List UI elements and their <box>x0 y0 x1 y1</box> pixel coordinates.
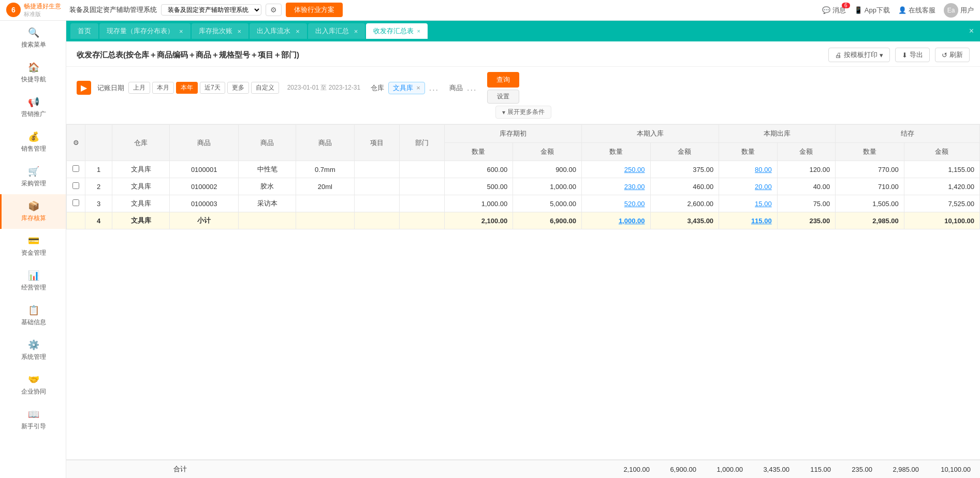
user-name: 用户 <box>960 6 974 15</box>
row2-check[interactable] <box>72 182 79 189</box>
row2-in-qty-link[interactable]: 230.00 <box>624 183 645 191</box>
date-btn-7days[interactable]: 近7天 <box>200 82 225 94</box>
row1-in-qty[interactable]: 250.00 <box>581 161 650 178</box>
product-dots[interactable]: ... <box>467 83 477 93</box>
sidebar-item-quick-nav[interactable]: 🏠 快捷导航 <box>0 55 66 90</box>
user-item[interactable]: Ea 用户 <box>944 3 974 18</box>
filter-collapse-btn[interactable]: ▶ <box>77 81 91 95</box>
tab-inout-flow[interactable]: 出入库流水 × <box>250 23 307 39</box>
sidebar-item-enterprise[interactable]: 🤝 企业协同 <box>0 368 66 402</box>
date-btn-more[interactable]: 更多 <box>227 82 249 94</box>
row1-out-qty-link[interactable]: 80.00 <box>755 166 772 173</box>
warehouse-dots[interactable]: ... <box>429 83 439 93</box>
tab-stock-summary-close[interactable]: × <box>417 28 420 34</box>
sidebar-item-marketing[interactable]: 📢 营销推广 <box>0 90 66 125</box>
col-department-header: 部门 <box>399 125 444 161</box>
footer-open-amt: 6,900.00 <box>654 466 700 473</box>
gear-button[interactable]: ⚙ <box>266 4 282 16</box>
row1-bal-amt: 1,155.00 <box>904 161 979 178</box>
sidebar-item-system[interactable]: ⚙️ 系统管理 <box>0 333 66 368</box>
row1-out-amt: 120.00 <box>777 161 836 178</box>
row3-out-qty-link[interactable]: 15.00 <box>755 200 772 208</box>
print-button[interactable]: 🖨 按模板打印 ▾ <box>828 48 890 62</box>
tab-batch-ledger[interactable]: 库存批次账 × <box>192 23 249 39</box>
system-title: 装备及固定资产辅助管理系统 <box>69 5 157 15</box>
sidebar-item-sales[interactable]: 💰 销售管理 <box>0 125 66 160</box>
tab-inventory-dist-close[interactable]: × <box>179 27 183 35</box>
tab-inout-summary-close[interactable]: × <box>354 27 358 35</box>
row3-out-qty[interactable]: 15.00 <box>719 195 778 212</box>
footer-open-qty: 2,100.00 <box>607 466 654 473</box>
product-field-group: 商品 ... <box>449 83 477 93</box>
row1-project <box>354 161 399 178</box>
row3-in-qty[interactable]: 520.00 <box>581 195 650 212</box>
filter-main: ▶ 记账日期 上月 本月 本年 近7天 <box>77 72 970 104</box>
date-btn-this-year[interactable]: 本年 <box>176 82 198 94</box>
tab-stock-summary[interactable]: 收发存汇总表 × <box>366 23 427 39</box>
tab-inout-flow-close[interactable]: × <box>296 27 300 35</box>
notification-item[interactable]: 💬 消息 6 <box>822 6 846 15</box>
col-settings-header[interactable]: ⚙ <box>67 125 85 161</box>
logo-text: 畅捷通好生意 标准版 <box>24 3 61 18</box>
sidebar-label-sales: 销售管理 <box>21 144 46 153</box>
subtotal-out-qty: 115.00 <box>719 212 778 229</box>
row2-project <box>354 178 399 195</box>
sidebar-item-basic-info[interactable]: 📋 基础信息 <box>0 298 66 333</box>
avatar-text: Ea <box>947 7 955 14</box>
subtotal-in-qty-link[interactable]: 1,000.00 <box>619 217 645 225</box>
date-field-group: 记账日期 上月 本月 本年 近7天 更多 自定义 <box>97 82 360 94</box>
sidebar-item-inventory[interactable]: 📦 库存核算 <box>0 194 66 229</box>
export-button[interactable]: ⬇ 导出 <box>895 48 930 62</box>
row1-checkbox[interactable] <box>67 161 85 178</box>
row3-checkbox[interactable] <box>67 195 85 212</box>
date-btn-custom[interactable]: 自定义 <box>251 82 279 94</box>
tab-inventory-dist[interactable]: 现存量（库存分布表） × <box>99 23 191 39</box>
system-select[interactable]: 装备及固定资产辅助管理系统 <box>161 4 261 16</box>
warehouse-tag-close[interactable]: × <box>416 84 420 92</box>
window-close-btn[interactable]: × <box>967 24 976 38</box>
subtotal-empty4 <box>399 212 444 229</box>
phone-icon: 📱 <box>854 6 862 14</box>
row3-check[interactable] <box>72 199 79 206</box>
tab-bar: 首页 现存量（库存分布表） × 库存批次账 × 出入库流水 × 出入库汇总 × <box>66 21 980 41</box>
app-download-item[interactable]: 📱 App下载 <box>854 6 890 15</box>
row1-check[interactable] <box>72 165 79 172</box>
sidebar: 🔍 搜索菜单 🏠 快捷导航 📢 营销推广 💰 销售管理 🛒 采购管理 📦 <box>0 21 66 478</box>
basic-info-icon: 📋 <box>28 305 39 316</box>
app-download-label: App下载 <box>865 6 890 15</box>
sidebar-item-search[interactable]: 🔍 搜索菜单 <box>0 21 66 55</box>
sidebar-item-operations[interactable]: 📊 经营管理 <box>0 264 66 298</box>
row3-in-qty-link[interactable]: 520.00 <box>624 200 645 208</box>
row2-in-amt: 460.00 <box>650 178 719 195</box>
row2-in-qty[interactable]: 230.00 <box>581 178 650 195</box>
row2-open-amt: 1,000.00 <box>513 178 582 195</box>
query-button[interactable]: 查询 <box>487 72 519 88</box>
col-out-qty-header: 数量 <box>719 143 778 161</box>
online-service-item[interactable]: 👤 在线客服 <box>898 6 935 15</box>
search-icon: 🔍 <box>28 27 39 38</box>
settings-button[interactable]: 设置 <box>487 90 519 104</box>
sidebar-item-finance[interactable]: 💳 资金管理 <box>0 229 66 264</box>
trial-button[interactable]: 体验行业方案 <box>286 3 343 17</box>
date-btn-this-month[interactable]: 本月 <box>152 82 174 94</box>
tab-inout-summary[interactable]: 出入库汇总 × <box>308 23 365 39</box>
col-product-spec-header: 商品 <box>296 125 354 161</box>
sidebar-item-purchase[interactable]: 🛒 采购管理 <box>0 160 66 194</box>
col-settings-icon[interactable]: ⚙ <box>73 139 79 147</box>
row2-out-qty[interactable]: 20.00 <box>719 178 778 195</box>
expand-button[interactable]: ▾ 展开更多条件 <box>495 106 551 119</box>
subtotal-open-qty: 2,100.00 <box>444 212 513 229</box>
tab-batch-ledger-close[interactable]: × <box>238 27 242 35</box>
table-row: 3 文具库 0100003 采访本 1,000.00 5,000.00 520.… <box>67 195 980 212</box>
tab-home[interactable]: 首页 <box>70 23 98 39</box>
warehouse-tag[interactable]: 文具库 × <box>388 82 425 94</box>
row1-out-qty[interactable]: 80.00 <box>719 161 778 178</box>
date-btn-last-month[interactable]: 上月 <box>128 82 150 94</box>
row2-out-qty-link[interactable]: 20.00 <box>755 183 772 191</box>
row2-checkbox[interactable] <box>67 178 85 195</box>
row1-in-qty-link[interactable]: 250.00 <box>624 166 645 173</box>
tab-stock-summary-label: 收发存汇总表 <box>373 26 414 36</box>
sidebar-item-guide[interactable]: 📖 新手引导 <box>0 402 66 437</box>
subtotal-out-qty-link[interactable]: 115.00 <box>751 217 772 225</box>
refresh-button[interactable]: ↺ 刷新 <box>935 48 970 62</box>
